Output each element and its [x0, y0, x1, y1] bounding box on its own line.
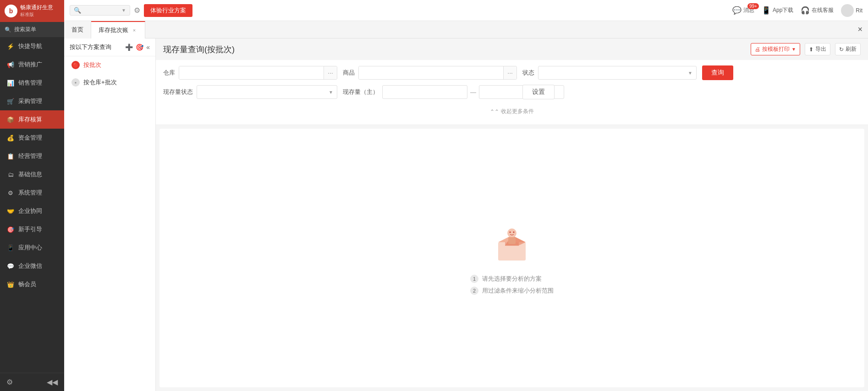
sidebar-item-label: 资金管理: [18, 134, 42, 142]
topbar-search-icon: 🔍: [74, 7, 81, 14]
print-arrow[interactable]: ▼: [791, 47, 796, 52]
sidebar-item-basic[interactable]: 🗂 基础信息: [0, 165, 64, 184]
list-item-by-batch[interactable]: 🔴 按批次: [64, 56, 155, 74]
sidebar-search[interactable]: 🔍 搜索菜单: [0, 22, 64, 37]
settings-button[interactable]: 设置: [522, 85, 555, 99]
sidebar-item-label: 营销推广: [18, 60, 42, 69]
export-icon: ⬆: [809, 46, 813, 53]
product-input-wrapper[interactable]: ···: [358, 66, 517, 80]
topbar-settings-icon[interactable]: ⚙: [134, 6, 140, 15]
message-icon: 💬: [732, 6, 742, 15]
panel-collapse-icon[interactable]: «: [146, 43, 150, 51]
tip-num-2: 2: [470, 287, 478, 295]
sidebar-item-newbie[interactable]: 🎯 新手引导: [0, 220, 64, 239]
sidebar-item-member[interactable]: 👑 畅会员: [0, 275, 64, 293]
sidebar-item-label: 经营管理: [18, 152, 42, 160]
refresh-btn[interactable]: ↻ 刷新: [835, 43, 861, 55]
global-close-icon[interactable]: ×: [852, 25, 868, 34]
tabbar: 首页 库存批次账 × ×: [64, 21, 868, 38]
filter-row-1: 仓库 ··· 商品 ··· 状态: [163, 65, 861, 80]
sidebar-item-label: 应用中心: [18, 244, 42, 252]
sidebar-item-finance[interactable]: 💰 资金管理: [0, 129, 64, 147]
page-header: 现存量查询(按批次) 🖨 按模板打印 ▼ ⬆ 导出 ↻ 刷新: [156, 38, 868, 60]
sidebar-item-label: 系统管理: [18, 189, 42, 197]
product-input[interactable]: [359, 66, 503, 79]
tip-num-1: 1: [470, 275, 478, 283]
sidebar-item-label: 畅会员: [18, 280, 36, 288]
sidebar-footer: ⚙ ◀◀: [0, 373, 64, 391]
phone-icon: 📱: [762, 6, 771, 15]
sidebar-item-label: 基础信息: [18, 170, 42, 179]
print-btn[interactable]: 🖨 按模板打印 ▼: [751, 43, 800, 55]
sidebar-item-app-center[interactable]: 📱 应用中心: [0, 239, 64, 257]
sidebar-item-wechat[interactable]: 💬 企业微信: [0, 257, 64, 275]
app-download-item[interactable]: 📱 App下载: [762, 6, 793, 15]
page-actions: 🖨 按模板打印 ▼ ⬆ 导出 ↻ 刷新: [751, 43, 861, 55]
wechat-icon: 💬: [6, 262, 15, 270]
export-btn[interactable]: ⬆ 导出: [805, 43, 830, 55]
panel-header: 按以下方案查询 ➕ 🎯 «: [64, 38, 155, 56]
sidebar-header: b 畅康通好生意 标准版: [0, 0, 64, 22]
status-label: 状态: [522, 69, 534, 77]
panel-add-icon[interactable]: ➕: [125, 43, 133, 51]
tab-close-icon[interactable]: ×: [131, 27, 137, 33]
sidebar-item-marketing[interactable]: 📢 营销推广: [0, 55, 64, 74]
refresh-label: 刷新: [846, 45, 857, 53]
empty-tips: 1 请先选择要分析的方案 2 用过滤条件来缩小分析范围: [470, 275, 554, 295]
qty-range-sep: —: [470, 89, 476, 96]
user-item[interactable]: Rit: [841, 4, 863, 17]
sidebar-item-quick-nav[interactable]: ⚡ 快捷导航: [0, 37, 64, 55]
sidebar-item-system[interactable]: ⚙ 系统管理: [0, 184, 64, 202]
sidebar-item-operations[interactable]: 📋 经营管理: [0, 147, 64, 165]
inventory-status-arrow: ▼: [329, 90, 333, 95]
warehouse-input-wrapper[interactable]: ···: [179, 66, 337, 80]
empty-tip-1: 1 请先选择要分析的方案: [470, 275, 554, 283]
query-button[interactable]: 查询: [702, 65, 733, 80]
qty-min-input[interactable]: [382, 85, 467, 99]
warehouse-dots-icon[interactable]: ···: [324, 66, 337, 79]
filter-warehouse: 仓库 ···: [163, 66, 337, 80]
topbar-search-input[interactable]: [83, 7, 120, 14]
tab-home-label: 首页: [71, 26, 83, 34]
sidebar-item-purchase[interactable]: 🛒 采购管理: [0, 92, 64, 110]
filter-area: 仓库 ··· 商品 ··· 状态: [156, 60, 868, 125]
sidebar-item-inventory[interactable]: 📦 库存核算: [0, 110, 64, 129]
quick-nav-icon: ⚡: [6, 42, 15, 50]
experience-btn[interactable]: 体验行业方案: [144, 4, 192, 17]
warehouse-input[interactable]: [179, 66, 324, 79]
settings-footer-icon[interactable]: ⚙: [6, 378, 13, 386]
sidebar-item-label: 销售管理: [18, 79, 42, 87]
sidebar-item-label: 快捷导航: [18, 42, 42, 50]
refresh-icon: ↻: [839, 46, 844, 53]
sidebar-item-sales[interactable]: 📊 销售管理: [0, 74, 64, 92]
app-download-label: App下载: [773, 6, 793, 14]
sidebar-nav: ⚡ 快捷导航 📢 营销推广 📊 销售管理 🛒 采购管理 📦 库存核算 💰 资金管…: [0, 37, 64, 373]
svg-point-6: [510, 231, 511, 233]
inventory-status-select[interactable]: ▼: [197, 85, 337, 99]
sidebar: b 畅康通好生意 标准版 🔍 搜索菜单 ⚡ 快捷导航 📢 营销推广 📊 销售管理…: [0, 0, 64, 391]
tab-inventory-batch[interactable]: 库存批次账 ×: [91, 21, 145, 38]
tip-text-2: 用过滤条件来缩小分析范围: [482, 287, 554, 295]
topbar-search-box[interactable]: 🔍 ▼: [70, 5, 130, 16]
panel-header-actions: ➕ 🎯 «: [125, 43, 150, 51]
tab-home[interactable]: 首页: [64, 21, 91, 38]
online-service-item[interactable]: 🎧 在线客服: [801, 6, 834, 15]
page-title: 现存量查询(按批次): [163, 44, 235, 55]
list-item-by-warehouse-batch[interactable]: ● 按仓库+批次: [64, 74, 155, 91]
user-avatar: [841, 4, 854, 17]
messages-item[interactable]: 💬 消息 99+: [732, 6, 754, 15]
enterprise-icon: 🤝: [6, 207, 15, 215]
collapse-more-btn[interactable]: ⌃⌃ 收起更多条件: [163, 104, 861, 119]
inventory-status-label: 现存量状态: [163, 88, 193, 96]
content-area: 按以下方案查询 ➕ 🎯 « 🔴 按批次 ●: [64, 38, 868, 391]
empty-svg: [489, 222, 535, 267]
panel-settings-icon[interactable]: 🎯: [136, 43, 143, 51]
filter-row-2: 现存量状态 ▼ 现存量（主） —: [163, 85, 861, 99]
topbar-search-arrow[interactable]: ▼: [121, 8, 126, 13]
collapse-sidebar-icon[interactable]: ◀◀: [47, 378, 58, 386]
sidebar-item-enterprise[interactable]: 🤝 企业协同: [0, 202, 64, 220]
product-dots-icon[interactable]: ···: [503, 66, 516, 79]
svg-point-4: [507, 228, 516, 238]
status-select[interactable]: ▼: [538, 66, 697, 80]
app-name: 畅康通好生意: [20, 4, 53, 11]
